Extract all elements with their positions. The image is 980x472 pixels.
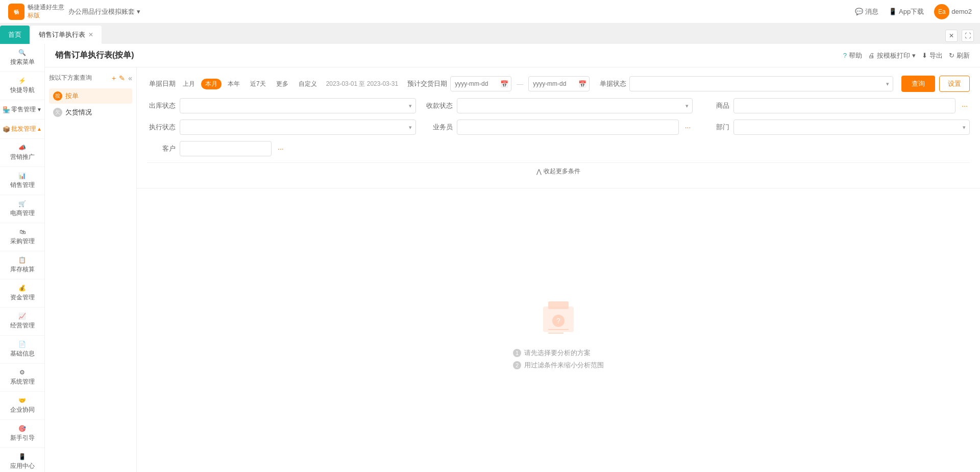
- date-tag-this-year[interactable]: 本年: [224, 79, 244, 89]
- out-stock-select-wrap: [180, 98, 416, 113]
- tip-number-1: 1: [513, 349, 521, 357]
- sidebar-item-ecommerce[interactable]: 🛒 电商管理: [0, 195, 44, 223]
- app-download-label: App下载: [899, 7, 924, 16]
- sidebar-label-quick-nav: 快捷导航: [10, 86, 35, 95]
- retail-mgmt-icon: 🏪: [3, 106, 10, 113]
- top-header: 畅 畅捷通好生意 标版 办公用品行业模拟账套 ▾ 💬 消息 📱 App下载 Ea…: [0, 0, 980, 23]
- close-window-icon: ✕: [949, 32, 954, 39]
- salesperson-more-icon[interactable]: ···: [683, 123, 693, 131]
- sidebar-item-wholesale-mgmt[interactable]: 📦 批发管理 ▲: [0, 120, 44, 139]
- help-btn[interactable]: ? 帮助: [843, 51, 862, 60]
- sidebar-item-operations[interactable]: 📈 经营管理: [0, 308, 44, 336]
- empty-state-icon: ?: [533, 291, 584, 342]
- tab-sales-exec[interactable]: 销售订单执行表 ✕: [31, 26, 102, 44]
- sidebar-item-basic-info[interactable]: 📄 基础信息: [0, 336, 44, 364]
- sidebar-item-enterprise[interactable]: 🤝 企业协同: [0, 392, 44, 420]
- user-area[interactable]: Ea demo2: [934, 4, 972, 19]
- tab-maximize-btn[interactable]: ⛶: [962, 30, 974, 42]
- inventory-icon: 📋: [18, 256, 26, 264]
- sidebar-item-quick-nav[interactable]: ⚡ 快捷导航: [0, 72, 44, 100]
- header-right: 💬 消息 📱 App下载 Ea demo2: [855, 4, 972, 19]
- sidebar-item-purchase-mgmt[interactable]: 🛍 采购管理: [0, 223, 44, 251]
- new-guide-icon: 🎯: [18, 425, 26, 432]
- collect-select[interactable]: [457, 98, 693, 113]
- export-btn[interactable]: ⬇ 导出: [922, 51, 943, 60]
- dept-select[interactable]: [733, 120, 970, 135]
- wholesale-mgmt-arrow-icon: ▲: [37, 126, 42, 132]
- collapse-bar[interactable]: ⋀ 收起更多条件: [147, 162, 970, 180]
- status-filter-group: 单据状态: [598, 76, 893, 91]
- sidebar-item-system-mgmt[interactable]: ⚙ 系统管理: [0, 364, 44, 392]
- out-stock-select[interactable]: [180, 98, 416, 113]
- sidebar-item-retail-mgmt[interactable]: 🏪 零售管理 ▼: [0, 100, 44, 120]
- tab-close-icon[interactable]: ✕: [88, 31, 93, 38]
- sidebar-item-finance[interactable]: 💰 资金管理: [0, 279, 44, 308]
- sidebar-label-finance: 资金管理: [10, 293, 35, 302]
- help-label: 帮助: [849, 51, 862, 60]
- customer-input[interactable]: [180, 141, 272, 156]
- sidebar-item-app-center[interactable]: 📱 应用中心: [0, 448, 44, 472]
- plan-item-欠货[interactable]: 欠 欠货情况: [49, 105, 132, 120]
- refresh-btn[interactable]: ↻ 刷新: [949, 51, 970, 60]
- settings-button[interactable]: 设置: [939, 76, 970, 92]
- sidebar: 🔍 搜索菜单 ⚡ 快捷导航 🏪 零售管理 ▼ 📦 批发管理 ▲ 📣 营销推广 📊…: [0, 44, 45, 472]
- collect-group: 收款状态: [424, 98, 693, 113]
- exec-status-label: 执行状态: [147, 123, 176, 132]
- sidebar-item-marketing[interactable]: 📣 营销推广: [0, 139, 44, 167]
- sidebar-label-inventory: 库存核算: [10, 265, 35, 274]
- logo-icon: 畅: [8, 4, 24, 20]
- sidebar-item-sales-mgmt[interactable]: 📊 销售管理: [0, 167, 44, 195]
- status-select-wrap: [629, 76, 893, 91]
- query-button[interactable]: 查询: [901, 76, 935, 92]
- svg-text:畅: 畅: [14, 9, 19, 15]
- tip-number-2: 2: [513, 361, 521, 369]
- add-plan-icon[interactable]: +: [112, 74, 116, 82]
- sidebar-label-marketing: 营销推广: [10, 153, 35, 161]
- message-action[interactable]: 💬 消息: [855, 7, 878, 16]
- date-tag-last-7[interactable]: 近7天: [246, 79, 270, 89]
- sidebar-item-search-menu[interactable]: 🔍 搜索菜单: [0, 44, 44, 72]
- date-separator: —: [514, 80, 525, 88]
- customer-more-icon[interactable]: ···: [276, 145, 286, 153]
- status-select[interactable]: [629, 76, 893, 91]
- sidebar-item-inventory[interactable]: 📋 库存核算: [0, 251, 44, 279]
- sidebar-item-new-guide[interactable]: 🎯 新手引导: [0, 420, 44, 448]
- tab-home[interactable]: 首页: [0, 26, 30, 44]
- tab-close-btn[interactable]: ✕: [945, 30, 958, 42]
- logo-text: 畅捷通好生意 标版: [28, 4, 64, 19]
- product-more-icon[interactable]: ···: [960, 102, 970, 110]
- sidebar-label-wholesale-mgmt: 批发管理: [11, 125, 36, 133]
- sidebar-label-system-mgmt: 系统管理: [10, 377, 35, 386]
- breadcrumb-arrow-icon[interactable]: ▾: [137, 8, 140, 15]
- forecast-end-input[interactable]: [528, 76, 590, 91]
- exec-status-select[interactable]: [180, 120, 416, 135]
- sidebar-label-purchase-mgmt: 采购管理: [10, 237, 35, 246]
- page-title: 销售订单执行表(按单): [55, 50, 134, 61]
- product-input[interactable]: [733, 98, 955, 113]
- date-tag-more[interactable]: 更多: [272, 79, 292, 89]
- logo-area[interactable]: 畅 畅捷通好生意 标版: [8, 4, 64, 20]
- dept-group: 部门: [701, 120, 970, 135]
- breadcrumb-text: 办公用品行业模拟账套: [68, 7, 135, 16]
- salesperson-group: 业务员 ···: [424, 120, 693, 135]
- export-label: 导出: [929, 51, 943, 60]
- app-download-action[interactable]: 📱 App下载: [889, 7, 924, 16]
- main-layout: 🔍 搜索菜单 ⚡ 快捷导航 🏪 零售管理 ▼ 📦 批发管理 ▲ 📣 营销推广 📊…: [0, 44, 980, 472]
- edit-plan-icon[interactable]: ✎: [119, 74, 125, 82]
- collapse-panel-icon[interactable]: «: [128, 74, 132, 82]
- exec-status-select-wrap: [180, 120, 416, 135]
- print-btn[interactable]: 🖨 按模板打印 ▾: [868, 51, 916, 60]
- date-tag-custom[interactable]: 自定义: [295, 79, 321, 89]
- date-tag-this-month[interactable]: 本月: [201, 79, 222, 89]
- content-area: 销售订单执行表(按单) ? 帮助 🖨 按模板打印 ▾ ⬇ 导出 ↻ 刷新: [45, 44, 980, 472]
- date-tag-last-month[interactable]: 上月: [179, 79, 199, 89]
- forecast-start-input[interactable]: [450, 76, 511, 91]
- salesperson-input[interactable]: [457, 120, 679, 135]
- plan-icon-按单: 按: [53, 91, 62, 101]
- app-download-icon: 📱: [889, 8, 897, 15]
- filter-row-3: 执行状态 业务员 ···: [147, 120, 970, 135]
- plan-item-按单[interactable]: 按 按单: [49, 88, 132, 104]
- forecast-date-label: 预计交货日期: [406, 79, 447, 88]
- tab-bar-actions: ✕ ⛶: [945, 30, 980, 44]
- plan-label-欠货: 欠货情况: [65, 108, 92, 117]
